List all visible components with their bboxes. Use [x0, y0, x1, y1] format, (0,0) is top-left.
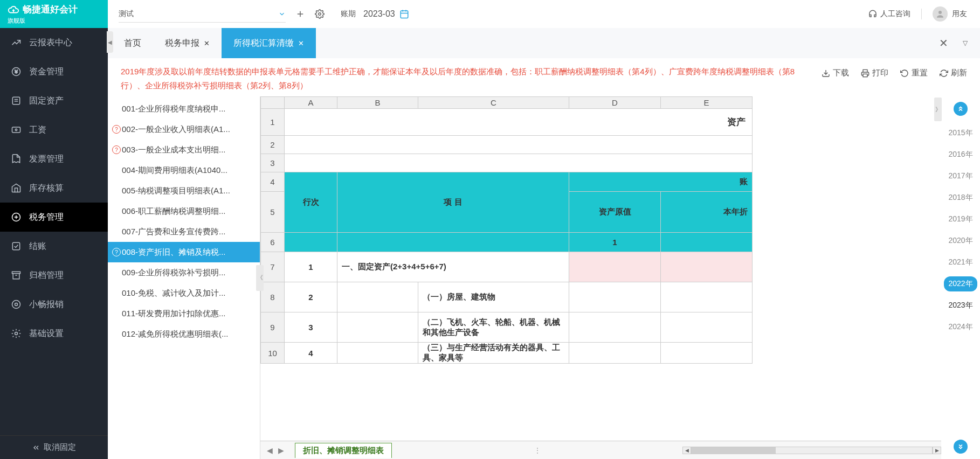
report-list-splitter[interactable]: 《 — [256, 265, 264, 291]
support-link[interactable]: 人工咨询 — [868, 9, 910, 19]
report-item[interactable]: 009-企业所得税弥补亏损明... — [108, 262, 260, 283]
report-item[interactable]: 005-纳税调整项目明细表(A1... — [108, 180, 260, 201]
col-head-c[interactable]: C — [418, 97, 569, 109]
cell[interactable] — [661, 252, 753, 282]
tab-close-icon[interactable]: ✕ — [204, 39, 210, 47]
cell[interactable] — [285, 233, 337, 252]
sidebar-item-salary[interactable]: 工资 — [0, 115, 108, 144]
cell-line-no[interactable]: 1 — [285, 252, 337, 282]
row-head[interactable]: 1 — [261, 109, 285, 136]
plus-icon[interactable] — [295, 9, 305, 19]
scroll-left-icon[interactable]: ◀ — [682, 447, 691, 454]
cell[interactable] — [285, 154, 753, 172]
report-item[interactable]: 010-免税、减计收入及加计... — [108, 283, 260, 303]
download-button[interactable]: 下载 — [822, 68, 849, 78]
year-item[interactable]: 2024年 — [944, 319, 977, 335]
row-head[interactable]: 4 — [261, 172, 285, 192]
cell[interactable] — [337, 343, 418, 364]
year-item[interactable]: 2017年 — [944, 169, 977, 184]
header-depr-year[interactable]: 本年折 — [661, 192, 753, 233]
sidebar-collapse-handle[interactable]: ◀ — [107, 31, 113, 53]
cell[interactable] — [285, 136, 753, 154]
row-head[interactable]: 8 — [261, 282, 285, 312]
sheet-title-partial[interactable]: 资产 — [285, 109, 753, 136]
header-merge-right[interactable]: 账 — [569, 172, 753, 192]
user-menu[interactable]: 用友 — [933, 6, 967, 22]
col-head-d[interactable]: D — [569, 97, 661, 109]
horizontal-scrollbar[interactable]: ◀ ▶ — [682, 446, 941, 455]
year-item[interactable]: 2022年 — [944, 276, 977, 291]
report-item[interactable]: 007-广告费和业务宣传费跨... — [108, 221, 260, 242]
sheet-tab-active[interactable]: 折旧、摊销调整明细表 — [295, 443, 392, 458]
grid-scroll[interactable]: A B C D E 1 资产 2 — [260, 96, 941, 441]
year-item[interactable]: 2020年 — [944, 233, 977, 248]
cell-project[interactable]: （二）飞机、火车、轮船、机器、机械和其他生产设备 — [418, 312, 569, 343]
sidebar-item-settings[interactable]: 基础设置 — [0, 319, 108, 348]
sidebar-item-fixed-assets[interactable]: 固定资产 — [0, 86, 108, 115]
tab[interactable]: 所得税汇算清缴✕ — [222, 28, 316, 58]
sidebar-item-inventory[interactable]: 库存核算 — [0, 173, 108, 203]
report-item[interactable]: 001-企业所得税年度纳税申... — [108, 99, 260, 119]
row-head[interactable]: 6 — [261, 233, 285, 252]
col-index-1[interactable]: 1 — [569, 233, 661, 252]
sidebar-item-funds[interactable]: ¥资金管理 — [0, 57, 108, 86]
reset-button[interactable]: 重置 — [900, 68, 928, 78]
cell-project[interactable]: （三）与生产经营活动有关的器具、工具、家具等 — [418, 343, 569, 364]
report-item[interactable]: 006-职工薪酬纳税调整明细... — [108, 201, 260, 221]
cell[interactable] — [337, 312, 418, 343]
sidebar-item-closing[interactable]: 结账 — [0, 232, 108, 261]
sheet-nav[interactable]: ◀▶ — [260, 446, 291, 455]
cell[interactable] — [337, 282, 418, 312]
cell[interactable] — [337, 233, 569, 252]
row-head[interactable]: 3 — [261, 154, 285, 172]
cell[interactable] — [569, 343, 661, 364]
print-button[interactable]: 打印 — [861, 68, 888, 78]
year-panel-down[interactable] — [954, 440, 968, 454]
row-head[interactable]: 5 — [261, 192, 285, 233]
header-asset-orig[interactable]: 资产原值 — [569, 192, 661, 233]
report-item[interactable]: 012-减免所得税优惠明细表(... — [108, 324, 260, 344]
report-item[interactable]: 004-期间费用明细表(A1040... — [108, 160, 260, 180]
cell[interactable] — [569, 282, 661, 312]
row-head[interactable]: 7 — [261, 252, 285, 282]
cell[interactable] — [569, 252, 661, 282]
report-item[interactable]: 008-资产折旧、摊销及纳税... — [108, 242, 260, 262]
report-item[interactable]: 011-研发费用加计扣除优惠... — [108, 303, 260, 324]
cell-line-no[interactable]: 4 — [285, 343, 337, 364]
cell[interactable] — [661, 282, 753, 312]
cell[interactable] — [569, 312, 661, 343]
right-panel-splitter[interactable]: 》 — [934, 98, 942, 121]
cell-project[interactable]: 一、固定资产(2+3+4+5+6+7) — [337, 252, 569, 282]
tabs-more[interactable]: ▽ — [954, 39, 976, 47]
col-head-b[interactable]: B — [337, 97, 418, 109]
header-line-no[interactable]: 行次 — [285, 172, 337, 233]
cell[interactable] — [661, 233, 753, 252]
year-item[interactable]: 2023年 — [944, 298, 977, 313]
report-item[interactable]: 002-一般企业收入明细表(A1... — [108, 119, 260, 140]
sidebar-item-invoice[interactable]: 发票管理 — [0, 144, 108, 173]
gear-icon[interactable] — [315, 9, 325, 19]
close-all-tabs[interactable]: ✕ — [933, 37, 954, 50]
row-head[interactable]: 9 — [261, 312, 285, 343]
year-item[interactable]: 2016年 — [944, 147, 977, 162]
header-project[interactable]: 项 目 — [337, 172, 569, 233]
year-item[interactable]: 2015年 — [944, 126, 977, 141]
sidebar-item-archive[interactable]: 归档管理 — [0, 261, 108, 290]
year-item[interactable]: 2021年 — [944, 255, 977, 270]
period-selector[interactable]: 账期 2023-03 — [341, 9, 409, 19]
sidebar-item-cloud-report[interactable]: 云报表中心 — [0, 28, 108, 57]
scroll-right-icon[interactable]: ▶ — [933, 447, 941, 454]
cell-line-no[interactable]: 3 — [285, 312, 337, 343]
cell-project[interactable]: （一）房屋、建筑物 — [418, 282, 569, 312]
tab[interactable]: 首页 — [112, 28, 153, 58]
sidebar-unpin[interactable]: 取消固定 — [0, 435, 108, 459]
refresh-button[interactable]: 刷新 — [940, 68, 967, 78]
cell-line-no[interactable]: 2 — [285, 282, 337, 312]
sidebar-item-xiaochang[interactable]: 小畅报销 — [0, 290, 108, 319]
cell[interactable] — [661, 343, 753, 364]
company-selector[interactable]: 测试 — [119, 6, 286, 23]
cell[interactable] — [661, 312, 753, 343]
year-item[interactable]: 2018年 — [944, 190, 977, 205]
year-panel-up[interactable] — [954, 102, 968, 116]
tab[interactable]: 税务申报✕ — [153, 28, 222, 58]
